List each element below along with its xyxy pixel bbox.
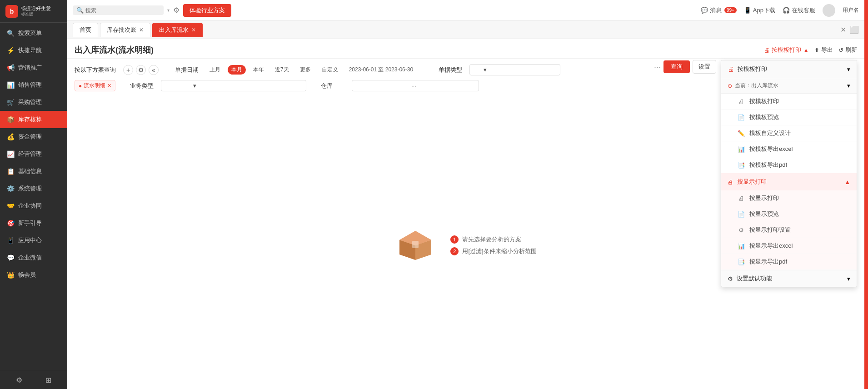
settings-btn[interactable]: 设置 bbox=[693, 60, 716, 74]
printer-icon: 🖨 bbox=[764, 47, 770, 54]
step-2-text: 用[过滤]条件来缩小分析范围 bbox=[462, 247, 536, 255]
tab-home[interactable]: 首页 bbox=[73, 23, 98, 37]
template-custom-item-icon: ✏️ bbox=[738, 130, 745, 137]
content-area: 出入库流水(流水明细) 🖨 按模板打印 ▲ ⬆ 导出 ↺ 刷新 bbox=[67, 39, 864, 389]
export-btn[interactable]: ⬆ 导出 bbox=[814, 46, 833, 54]
sidebar-item-quick-nav[interactable]: ⚡快捷导航 bbox=[0, 42, 67, 59]
topbar: 🔍 ▾ ⚙ 体验行业方案 💬 消息 99+ 📱 App下载 🎧 在线客服 用户名 bbox=[67, 0, 864, 21]
warehouse-select[interactable]: ··· bbox=[352, 80, 479, 91]
template-print-section-icon: 🖨 bbox=[728, 65, 734, 73]
display-section-chevron-icon: ▲ bbox=[844, 179, 850, 185]
trial-btn[interactable]: 体验行业方案 bbox=[183, 4, 231, 17]
nav-icon-finance: 💰 bbox=[6, 133, 15, 140]
display-print-section-header[interactable]: 🖨 按显示打印 ▲ bbox=[721, 173, 857, 190]
template-export-excel-item-label: 按模板导出excel bbox=[749, 145, 793, 153]
filter-collapse-left-btn[interactable]: « bbox=[149, 65, 159, 75]
dropdown-item-template-export-excel[interactable]: 📊 按模板导出excel bbox=[721, 141, 857, 157]
dropdown-item-template-print[interactable]: 🖨 按模板打印 bbox=[721, 94, 857, 110]
sidebar-footer: ⚙ ⊞ bbox=[0, 371, 67, 389]
sidebar-item-system[interactable]: ⚙️系统管理 bbox=[0, 180, 67, 197]
search-chevron-icon[interactable]: ▾ bbox=[167, 8, 170, 13]
date-tab-custom[interactable]: 自定义 bbox=[318, 65, 342, 75]
headset-icon: 🎧 bbox=[783, 7, 790, 14]
date-tab-last-month[interactable]: 上月 bbox=[206, 65, 224, 75]
settings-footer-icon[interactable]: ⚙ bbox=[16, 376, 22, 384]
sidebar-item-inventory[interactable]: 📦库存核算 bbox=[0, 111, 67, 128]
customer-service-btn[interactable]: 🎧 在线客服 bbox=[783, 6, 815, 15]
template-print-section-header[interactable]: 🖨 按模板打印 ▾ bbox=[721, 60, 857, 78]
toggle-footer-icon[interactable]: ⊞ bbox=[45, 376, 51, 384]
tab-inout-flow[interactable]: 出入库流水 ✕ bbox=[152, 23, 203, 37]
template-print-btn[interactable]: 🖨 按模板打印 ▲ bbox=[764, 46, 809, 54]
refresh-icon: ↺ bbox=[838, 47, 843, 54]
biz-type-select[interactable]: ▾ bbox=[161, 80, 306, 91]
refresh-btn[interactable]: ↺ 刷新 bbox=[838, 46, 857, 54]
topbar-search-box[interactable]: 🔍 bbox=[73, 5, 164, 15]
current-radio-icon: ⊙ bbox=[728, 83, 732, 89]
tab-inventory-batch[interactable]: 库存批次账 ✕ bbox=[100, 23, 150, 37]
right-edge-bar[interactable] bbox=[864, 0, 868, 389]
tab-inout-flow-close-icon[interactable]: ✕ bbox=[191, 27, 196, 33]
sidebar-item-newbie[interactable]: 🎯新手引导 bbox=[0, 214, 67, 232]
tag-close-icon[interactable]: ✕ bbox=[107, 83, 111, 89]
app-download-btn[interactable]: 📱 App下载 bbox=[744, 6, 775, 15]
sidebar-item-sales[interactable]: 📊销售管理 bbox=[0, 76, 67, 94]
search-input[interactable] bbox=[85, 7, 149, 14]
empty-illustration bbox=[395, 227, 436, 264]
sidebar-item-member[interactable]: 👑畅会员 bbox=[0, 266, 67, 284]
dropdown-footer-set-default[interactable]: ⚙ 设置默认功能 ▾ bbox=[721, 270, 857, 287]
sidebar-item-operations[interactable]: 📈经营管理 bbox=[0, 145, 67, 163]
window-close-icon[interactable]: ✕ bbox=[840, 25, 846, 34]
sidebar-item-wechat[interactable]: 💬企业微信 bbox=[0, 249, 67, 266]
dropdown-item-display-print[interactable]: 🖨 按显示打印 bbox=[721, 190, 857, 206]
step-2-num: 2 bbox=[450, 247, 459, 255]
sidebar-item-search-menu[interactable]: 🔍搜索菜单 bbox=[0, 25, 67, 42]
sidebar-item-enterprise[interactable]: 🤝企业协同 bbox=[0, 197, 67, 214]
filter-add-btn[interactable]: + bbox=[123, 65, 133, 75]
topbar-gear-icon[interactable]: ⚙ bbox=[173, 6, 180, 15]
template-section-chevron-icon: ▾ bbox=[847, 66, 850, 73]
dropdown-item-display-export-pdf[interactable]: 📑 按显示导出pdf bbox=[721, 254, 857, 270]
dropdown-item-display-export-excel[interactable]: 📊 按显示导出excel bbox=[721, 238, 857, 254]
nav-label-operations: 经营管理 bbox=[18, 150, 42, 158]
display-print-section-text: 按显示打印 bbox=[737, 178, 767, 186]
message-icon: 💬 bbox=[701, 7, 708, 14]
nav-icon-operations: 📈 bbox=[6, 150, 15, 158]
sidebar-item-basic-info[interactable]: 📋基础信息 bbox=[0, 163, 67, 180]
customer-service-label: 在线客服 bbox=[792, 6, 815, 15]
sidebar-item-marketing[interactable]: 📢营销推广 bbox=[0, 59, 67, 76]
app-download-label: App下载 bbox=[753, 6, 775, 15]
date-label: 单据日期 bbox=[175, 66, 202, 74]
tab-inventory-batch-close-icon[interactable]: ✕ bbox=[139, 27, 144, 33]
sidebar-item-app-center[interactable]: 📱应用中心 bbox=[0, 232, 67, 249]
set-default-text: 设置默认功能 bbox=[737, 274, 772, 283]
template-export-excel-item-icon: 📊 bbox=[738, 146, 745, 153]
display-print-section-label: 🖨 按显示打印 bbox=[728, 178, 767, 186]
empty-step-1: 1 请先选择要分析的方案 bbox=[450, 235, 536, 244]
app-logo: b 畅捷通好生意 标准版 bbox=[0, 0, 67, 23]
dropdown-item-display-preview[interactable]: 📄 按显示预览 bbox=[721, 206, 857, 222]
filter-settings-btn[interactable]: ⚙ bbox=[136, 65, 146, 75]
date-tab-more[interactable]: 更多 bbox=[296, 65, 314, 75]
warehouse-label: 仓库 bbox=[321, 82, 348, 90]
dropdown-item-template-custom[interactable]: ✏️ 模板自定义设计 bbox=[721, 125, 857, 141]
sidebar-item-purchase[interactable]: 🛒采购管理 bbox=[0, 94, 67, 111]
dropdown-item-template-export-pdf[interactable]: 📑 按模板导出pdf bbox=[721, 157, 857, 173]
window-maximize-icon[interactable]: ⬜ bbox=[850, 25, 859, 34]
date-tab-last7[interactable]: 近7天 bbox=[271, 65, 293, 75]
sidebar-item-finance[interactable]: 💰资金管理 bbox=[0, 128, 67, 145]
more-dots-icon[interactable]: ··· bbox=[654, 62, 661, 72]
doc-type-select[interactable]: ▾ bbox=[469, 64, 560, 75]
refresh-label: 刷新 bbox=[845, 46, 857, 54]
dropdown-item-display-settings[interactable]: ⚙ 按显示打印设置 bbox=[721, 222, 857, 238]
date-tabs: 上月 本月 本年 近7天 更多 自定义 bbox=[206, 65, 342, 75]
date-tab-this-year[interactable]: 本年 bbox=[249, 65, 268, 75]
dropdown-item-template-preview[interactable]: 📄 按模板预览 bbox=[721, 110, 857, 125]
flow-detail-tag[interactable]: ● 流水明细 ✕ bbox=[75, 80, 115, 91]
query-btn[interactable]: 查询 bbox=[663, 60, 690, 73]
date-tab-this-month[interactable]: 本月 bbox=[228, 65, 246, 75]
step-1-text: 请先选择要分析的方案 bbox=[462, 235, 521, 244]
user-avatar[interactable] bbox=[823, 4, 835, 17]
message-btn[interactable]: 💬 消息 99+ bbox=[701, 6, 737, 15]
app-download-icon: 📱 bbox=[744, 7, 751, 14]
